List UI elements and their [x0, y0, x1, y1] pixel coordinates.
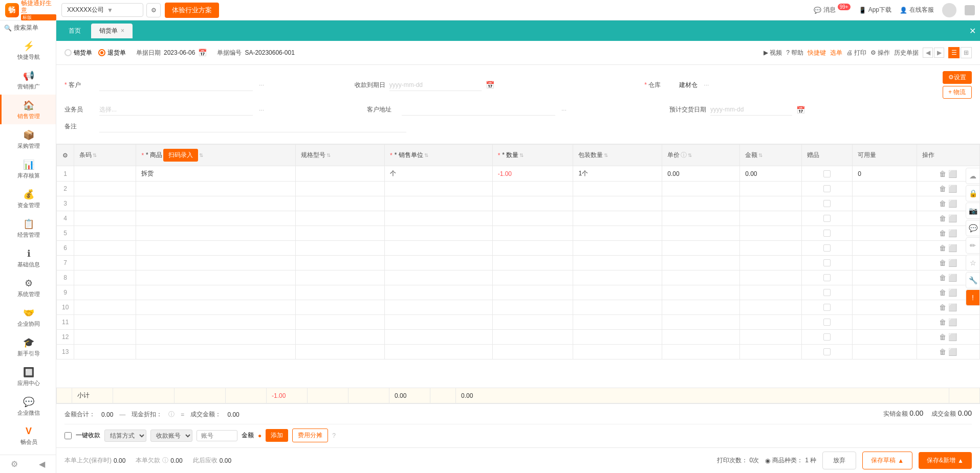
sidebar-collapse-btn[interactable]: ◀	[39, 459, 45, 469]
right-tool-wrench[interactable]: 🔧	[966, 272, 980, 288]
barcode-cell-6[interactable]	[74, 256, 136, 271]
pkgqty-cell-6[interactable]	[573, 256, 662, 271]
scan-button[interactable]: 扫码录入	[163, 149, 198, 162]
tab-close-icon[interactable]: ×	[121, 27, 124, 34]
unit-cell-3[interactable]	[385, 211, 493, 226]
amount-cell-10[interactable]	[740, 315, 802, 330]
copy-icon-8[interactable]: ⬜	[948, 288, 957, 297]
barcode-sort-icon[interactable]: ⇅	[93, 152, 97, 158]
add-payment-button[interactable]: 添加	[266, 429, 288, 442]
sidebar-item-cooperation[interactable]: 🤝 企业协同	[0, 302, 56, 332]
amount-cell-11[interactable]	[740, 330, 802, 345]
barcode-cell-2[interactable]	[74, 196, 136, 211]
col-settings[interactable]: ⚙	[57, 145, 74, 166]
abandon-button[interactable]: 放弃	[822, 452, 856, 469]
trial-button[interactable]: 体验行业方案	[165, 3, 219, 18]
right-tool-chat[interactable]: 💬	[966, 220, 980, 236]
notes-input[interactable]	[99, 121, 406, 132]
company-selector[interactable]: XXXXXX公司 ▼	[61, 3, 143, 17]
spec-cell-5[interactable]	[296, 241, 385, 256]
delivery-calendar-icon[interactable]: 📅	[796, 106, 805, 114]
tab-bar-close-icon[interactable]: ✕	[969, 26, 976, 36]
product-sort-icon[interactable]: ⇅	[199, 152, 203, 158]
qty-sort-icon[interactable]: ⇅	[519, 152, 524, 158]
account-number-input[interactable]	[197, 430, 237, 441]
unit-cell-12[interactable]	[385, 345, 493, 359]
pkgqty-cell-1[interactable]	[573, 182, 662, 196]
spec-cell-11[interactable]	[296, 330, 385, 345]
copy-icon-1[interactable]: ⬜	[948, 185, 957, 193]
sidebar-settings-btn[interactable]: ⚙	[11, 459, 18, 469]
prev-arrow[interactable]: ◀	[923, 48, 933, 58]
sidebar-item-finance[interactable]: 💰 资金管理	[0, 184, 56, 213]
pkgqty-cell-3[interactable]	[573, 211, 662, 226]
product-cell-8[interactable]	[136, 285, 296, 300]
barcode-cell-11[interactable]	[74, 330, 136, 345]
sidebar-item-marketing[interactable]: 📢 营销推广	[0, 65, 56, 95]
delete-icon-0[interactable]: 🗑	[939, 170, 946, 178]
gift-cell-8[interactable]	[802, 285, 853, 300]
delivery-date-input[interactable]	[710, 104, 792, 116]
gift-cell-12[interactable]	[802, 345, 853, 359]
price-cell-11[interactable]	[662, 330, 740, 345]
unit-cell-5[interactable]	[385, 241, 493, 256]
date-calendar-icon[interactable]: 📅	[198, 49, 207, 57]
video-btn[interactable]: ▶ 视频	[764, 49, 782, 57]
spec-cell-12[interactable]	[296, 345, 385, 359]
barcode-cell-8[interactable]	[74, 285, 136, 300]
amount-cell-2[interactable]	[740, 196, 802, 211]
product-cell-5[interactable]	[136, 241, 296, 256]
one-click-payment-checkbox[interactable]	[64, 432, 72, 439]
spec-cell-3[interactable]	[296, 211, 385, 226]
gift-cell-0[interactable]	[802, 166, 853, 182]
product-cell-0[interactable]: 拆货	[136, 166, 296, 182]
unit-cell-4[interactable]	[385, 226, 493, 241]
gift-cell-5[interactable]	[802, 241, 853, 256]
barcode-cell-1[interactable]	[74, 182, 136, 196]
gift-cell-10[interactable]	[802, 315, 853, 330]
gift-cell-2[interactable]	[802, 196, 853, 211]
sidebar-item-purchase[interactable]: 📦 采购管理	[0, 124, 56, 154]
product-cell-6[interactable]	[136, 256, 296, 271]
amount-cell-4[interactable]	[740, 226, 802, 241]
spec-cell-10[interactable]	[296, 315, 385, 330]
sidebar-item-inventory[interactable]: 📊 库存核算	[0, 154, 56, 184]
help-btn[interactable]: ? 帮助	[786, 49, 803, 57]
sidebar-item-system[interactable]: ⚙ 系统管理	[0, 273, 56, 302]
save-draft-button[interactable]: 保存草稿 ▲	[862, 452, 912, 469]
next-arrow[interactable]: ▶	[934, 48, 944, 58]
price-cell-12[interactable]	[662, 345, 740, 359]
spec-cell-9[interactable]	[296, 300, 385, 315]
qty-cell-8[interactable]	[492, 285, 573, 300]
price-cell-2[interactable]	[662, 196, 740, 211]
amount-cell-7[interactable]	[740, 271, 802, 285]
logistics-btn[interactable]: + 物流	[943, 86, 972, 99]
copy-icon-3[interactable]: ⬜	[948, 214, 957, 222]
sidebar-item-member[interactable]: V 畅会员	[0, 421, 56, 450]
shortcut-btn[interactable]: 快捷键	[808, 49, 826, 57]
sidebar-item-basics[interactable]: ℹ 基础信息	[0, 243, 56, 273]
barcode-cell-5[interactable]	[74, 241, 136, 256]
gift-cell-9[interactable]	[802, 300, 853, 315]
product-cell-3[interactable]	[136, 211, 296, 226]
pkgqty-sort-icon[interactable]: ⇅	[604, 152, 608, 158]
spec-cell-2[interactable]	[296, 196, 385, 211]
price-cell-10[interactable]	[662, 315, 740, 330]
customer-input[interactable]	[99, 79, 253, 91]
settings-icon[interactable]: ⚙	[146, 3, 161, 17]
copy-icon-4[interactable]: ⬜	[948, 229, 957, 237]
unit-sort-icon[interactable]: ⇅	[424, 152, 428, 158]
qty-cell-3[interactable]	[492, 211, 573, 226]
unit-cell-2[interactable]	[385, 196, 493, 211]
sidebar-item-wechat[interactable]: 💬 企业微信	[0, 391, 56, 421]
right-tool-lock[interactable]: 🔒	[966, 185, 980, 201]
product-cell-9[interactable]	[136, 300, 296, 315]
price-cell-9[interactable]	[662, 300, 740, 315]
qty-cell-11[interactable]	[492, 330, 573, 345]
message-button[interactable]: 💬 消息 99+	[814, 6, 851, 14]
copy-icon-5[interactable]: ⬜	[948, 244, 957, 252]
amount-cell-6[interactable]	[740, 256, 802, 271]
unit-cell-1[interactable]	[385, 182, 493, 196]
delete-icon-5[interactable]: 🗑	[939, 244, 946, 252]
delete-icon-2[interactable]: 🗑	[939, 199, 946, 208]
